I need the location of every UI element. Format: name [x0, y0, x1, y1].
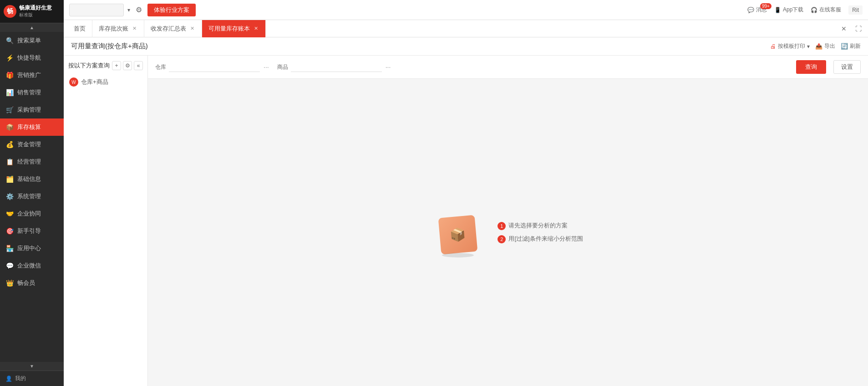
export-label: 导出 [824, 42, 835, 50]
search-icon: 🔍 [5, 37, 14, 44]
member-icon: 👑 [5, 279, 14, 287]
scheme-collapse-btn[interactable]: « [134, 61, 143, 70]
topbar: ▾ ⚙ 体验行业方案 💬 消息 99+ 📱 App下载 🎧 在线客服 Rit [64, 0, 868, 20]
system-icon: ⚙️ [5, 193, 14, 200]
sidebar-item-newbie[interactable]: 🎯 新手引导 [0, 222, 64, 240]
msg-badge: 99+ [760, 3, 772, 9]
sidebar-label-system: 系统管理 [17, 192, 41, 201]
topbar-dropdown[interactable]: ▾ [127, 7, 130, 13]
sidebar-label-sales: 销售管理 [17, 88, 41, 97]
sidebar-item-apps[interactable]: 🏪 应用中心 [0, 240, 64, 257]
sidebar-label-enterprise: 企业协同 [17, 210, 41, 218]
scheme-add-btn[interactable]: + [112, 61, 121, 70]
sidebar-label-basic: 基础信息 [17, 175, 41, 183]
enterprise-icon: 🤝 [5, 210, 14, 217]
sidebar-label-apps: 应用中心 [17, 244, 41, 252]
page-header-actions: 🖨 按模板打印 ▾ 📤 导出 🔄 刷新 [770, 42, 861, 50]
warehouse-more-icon[interactable]: ··· [263, 63, 270, 71]
topbar-user[interactable]: Rit [848, 5, 863, 15]
empty-shadow [442, 253, 474, 257]
tab-close-available-ledger[interactable]: ✕ [253, 26, 259, 32]
filter-row: 仓库 ··· 商品 ··· 查询 设置 [148, 56, 868, 79]
sidebar-nav: 🔍 搜索菜单 ⚡ 快捷导航 🎁 营销推广 📊 销售管理 🛒 采购管理 📦 库存核… [0, 32, 64, 362]
query-button[interactable]: 查询 [796, 60, 826, 74]
scheme-settings-btn[interactable]: ⚙ [123, 61, 132, 70]
page-header: 可用量查询(按仓库+商品) 🖨 按模板打印 ▾ 📤 导出 🔄 刷新 [64, 37, 868, 56]
user-name: Rit [852, 7, 859, 13]
warehouse-input[interactable] [169, 62, 260, 72]
sidebar-header-text: 畅康通好生意 标准版 [19, 5, 52, 18]
sidebar-scroll-down[interactable]: ▼ [0, 362, 64, 371]
topbar-app[interactable]: 📱 App下载 [774, 6, 803, 14]
tab-close-collect-ledger[interactable]: ✕ [189, 26, 195, 32]
topbar-msg[interactable]: 💬 消息 99+ [747, 6, 767, 14]
close-window-btn[interactable]: ✕ [838, 23, 850, 35]
sidebar-item-quick-nav[interactable]: ⚡ 快捷导航 [0, 49, 64, 67]
sidebar-item-marketing[interactable]: 🎁 营销推广 [0, 67, 64, 84]
industry-btn[interactable]: 体验行业方案 [147, 4, 196, 16]
sidebar-label-finance: 资金管理 [17, 140, 41, 149]
empty-hint-2: 2 用[过滤]条件来缩小分析范围 [497, 235, 583, 243]
hint-text-2: 用[过滤]条件来缩小分析范围 [508, 235, 583, 243]
sidebar-label-weixin: 企业微信 [17, 262, 41, 270]
sidebar-title: 畅康通好生意 [19, 5, 52, 12]
sidebar-item-inventory[interactable]: 📦 库存核算 [0, 118, 64, 136]
box-face-icon: 📦 [450, 226, 467, 243]
refresh-icon: 🔄 [841, 43, 848, 50]
tab-close-batch-ledger[interactable]: ✕ [131, 26, 137, 32]
operation-icon: 📋 [5, 158, 14, 165]
scheme-item-warehouse-product[interactable]: W 仓库+商品 [64, 74, 147, 90]
sidebar-label-operation: 经营管理 [17, 158, 41, 166]
topbar-service[interactable]: 🎧 在线客服 [811, 6, 841, 14]
sidebar-item-finance[interactable]: 💰 资金管理 [0, 136, 64, 153]
tab-batch-ledger[interactable]: 库存批次账✕ [92, 20, 144, 37]
scheme-panel-header: 按以下方案查询 + ⚙ « [64, 59, 147, 74]
empty-hint-1: 1 请先选择要分析的方案 [497, 221, 583, 230]
product-input[interactable] [291, 62, 382, 72]
empty-hints: 1 请先选择要分析的方案 2 用[过滤]条件来缩小分析范围 [497, 221, 583, 243]
settings-button[interactable]: 设置 [833, 60, 861, 74]
refresh-label: 刷新 [850, 42, 861, 50]
finance-icon: 💰 [5, 141, 14, 148]
sidebar-item-purchase[interactable]: 🛒 采购管理 [0, 101, 64, 118]
tabs-bar: 首页库存批次账✕收发存汇总表✕可用量库存账本✕ ✕ ⛶ [64, 20, 868, 37]
headset-icon: 🎧 [811, 7, 817, 13]
sidebar-item-basic[interactable]: 🗂️ 基础信息 [0, 170, 64, 188]
sales-icon: 📊 [5, 89, 14, 96]
basic-icon: 🗂️ [5, 175, 14, 183]
gear-icon[interactable]: ⚙ [136, 5, 142, 14]
tab-collect-ledger[interactable]: 收发存汇总表✕ [144, 20, 202, 37]
print-btn[interactable]: 🖨 按模板打印 ▾ [770, 42, 810, 50]
empty-state: 📦 1 请先选择要分析的方案 2 用[过滤]条件来缩小分析范围 [148, 79, 868, 386]
topbar-search-input[interactable] [69, 4, 124, 16]
warehouse-label: 仓库 [155, 63, 166, 71]
export-btn[interactable]: 📤 导出 [815, 42, 835, 50]
hint-num-2: 2 [497, 235, 506, 243]
sidebar-item-system[interactable]: ⚙️ 系统管理 [0, 188, 64, 205]
scheme-item-label: 仓库+商品 [81, 78, 108, 86]
sidebar: 畅 畅康通好生意 标准版 ▲ 🔍 搜索菜单 ⚡ 快捷导航 🎁 营销推广 📊 销售… [0, 0, 64, 386]
sidebar-item-weixin[interactable]: 💬 企业微信 [0, 257, 64, 274]
scheme-panel-title: 按以下方案查询 [68, 62, 110, 70]
sidebar-item-enterprise[interactable]: 🤝 企业协同 [0, 205, 64, 222]
sidebar-item-search[interactable]: 🔍 搜索菜单 [0, 32, 64, 49]
sidebar-label-purchase: 采购管理 [17, 106, 41, 114]
service-label: 在线客服 [819, 6, 841, 14]
empty-box: 📦 [438, 215, 478, 255]
sidebar-label-quick-nav: 快捷导航 [17, 54, 41, 62]
sidebar-item-sales[interactable]: 📊 销售管理 [0, 84, 64, 101]
sidebar-item-member[interactable]: 👑 畅会员 [0, 274, 64, 292]
product-more-icon[interactable]: ··· [385, 63, 392, 71]
sidebar-item-operation[interactable]: 📋 经营管理 [0, 153, 64, 170]
scheme-panel: 按以下方案查询 + ⚙ « W 仓库+商品 [64, 56, 148, 386]
tab-available-ledger[interactable]: 可用量库存账本✕ [202, 20, 266, 37]
query-panel: 仓库 ··· 商品 ··· 查询 设置 📦 [148, 56, 868, 386]
sidebar-scroll-up[interactable]: ▲ [0, 23, 64, 32]
refresh-btn[interactable]: 🔄 刷新 [841, 42, 861, 50]
topbar-right: 💬 消息 99+ 📱 App下载 🎧 在线客服 Rit [747, 5, 863, 15]
maximize-btn[interactable]: ⛶ [853, 23, 864, 35]
tab-home[interactable]: 首页 [67, 20, 92, 37]
sidebar-footer[interactable]: 👤 我的 [0, 371, 64, 386]
message-icon: 💬 [747, 7, 754, 13]
warehouse-filter: 仓库 ··· [155, 62, 270, 72]
